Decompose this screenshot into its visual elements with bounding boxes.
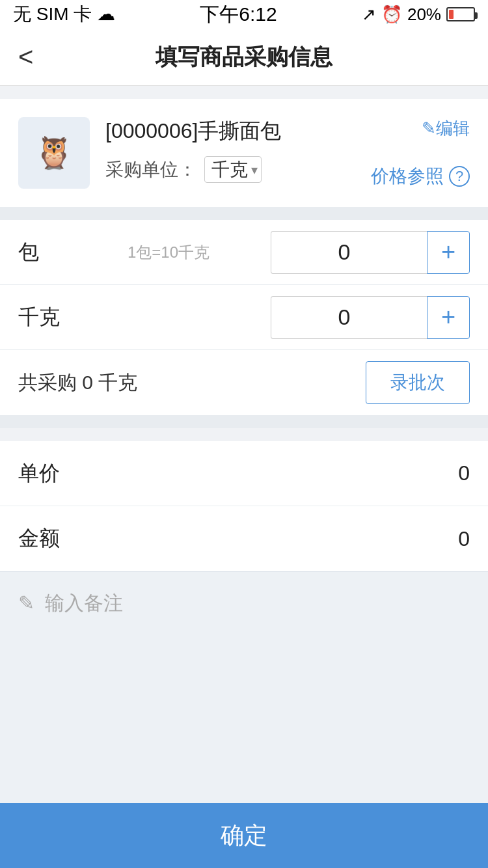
location-icon: ↗ [362,5,376,25]
section-divider-2 [0,415,488,428]
battery-icon [446,7,475,21]
sim-label: 无 SIM 卡 ☁ [13,2,115,27]
product-thumb-icon: 🦉 [34,135,74,171]
info-section: 单价 0 金额 0 [0,441,488,571]
section-divider-1 [0,207,488,220]
status-bar: 无 SIM 卡 ☁ 下午6:12 ↗ ⏰ 20% [0,0,488,29]
unit-select-wrapper[interactable]: 千克 包 [204,156,262,183]
bao-label: 包 [18,238,122,267]
kg-input-right: + [271,296,470,339]
back-button[interactable]: < [18,42,33,72]
amount-label: 金额 [18,524,60,553]
kg-plus-button[interactable]: + [427,296,470,339]
unit-price-label: 单价 [18,459,60,488]
bao-input-row: 包 1包=10千克 + [0,220,488,285]
kg-quantity-input[interactable] [271,296,427,339]
edit-button[interactable]: ✎编辑 [422,117,470,140]
summary-row: 共采购 0 千克 录批次 [0,350,488,415]
unit-label: 采购单位： [105,157,197,182]
product-card: 🦉 [0000006]手撕面包 采购单位： 千克 包 ✎编辑 价格参照 ? [0,99,488,207]
remark-section[interactable]: ✎ 输入备注 [0,571,488,701]
kg-label: 千克 [18,303,122,332]
record-batch-button[interactable]: 录批次 [366,361,470,404]
amount-row: 金额 0 [0,506,488,571]
unit-price-value: 0 [458,461,470,485]
amount-value: 0 [458,527,470,551]
alarm-icon: ⏰ [381,5,402,25]
bao-sublabel: 1包=10千克 [128,242,210,263]
confirm-button[interactable]: 确定 [0,803,488,868]
summary-text: 共采购 0 千克 [18,370,137,396]
page-title: 填写商品采购信息 [156,42,332,72]
bao-input-right: + [271,231,470,274]
status-left: 无 SIM 卡 ☁ [13,2,115,27]
status-time: 下午6:12 [200,1,277,28]
bao-plus-button[interactable]: + [427,231,470,274]
price-ref-label: 价格参照 [371,164,444,189]
price-ref-button[interactable]: 价格参照 ? [371,164,470,189]
input-section: 包 1包=10千克 + 千克 + [0,220,488,350]
battery-percent: 20% [407,5,441,25]
remark-icon: ✎ [18,591,34,614]
bao-quantity-input[interactable] [271,231,427,274]
nav-bar: < 填写商品采购信息 [0,29,488,86]
unit-price-row: 单价 0 [0,441,488,506]
status-right: ↗ ⏰ 20% [362,5,475,25]
product-thumbnail: 🦉 [18,117,90,189]
kg-input-row: 千克 + [0,285,488,350]
unit-select[interactable]: 千克 包 [204,156,262,183]
battery-fill [449,10,454,19]
remark-placeholder: 输入备注 [45,590,123,617]
product-name: [0000006]手撕面包 [105,117,470,146]
help-icon[interactable]: ? [449,166,470,187]
